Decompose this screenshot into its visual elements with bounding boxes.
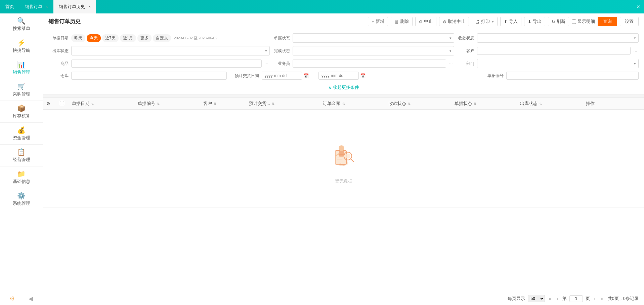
warehouse-dots[interactable]: ··· — [228, 72, 235, 79]
th-checkbox[interactable] — [56, 98, 69, 110]
sidebar-item-sales-label: 销售管理 — [13, 69, 30, 75]
delete-button[interactable]: 🗑 删除 — [391, 17, 413, 26]
salesperson-dots[interactable]: ··· — [447, 60, 454, 67]
sidebar-item-search[interactable]: 🔍 搜索菜单 — [0, 13, 43, 35]
sidebar-item-finance[interactable]: 💰 资金管理 — [0, 123, 43, 145]
main-layout: 🔍 搜索菜单 ⚡ 快捷导航 📊 销售管理 🛒 采购管理 📦 库存核算 💰 资金管… — [0, 13, 644, 305]
top-tabs: 首页 销售订单 × 销售订单历史 × — [0, 0, 96, 13]
sidebar-item-purchase[interactable]: 🛒 采购管理 — [0, 79, 43, 101]
set-button[interactable]: 设置 — [620, 17, 639, 26]
calendar-icon-from[interactable]: 📅 — [303, 73, 309, 78]
filter-area: 单据日期 昨天 今天 近7天 近1月 更多 自定义 2023-06-02 至 2… — [43, 29, 644, 95]
empty-cell: 暂无数据 — [43, 110, 644, 207]
receipt-status-select[interactable] — [477, 33, 639, 43]
basic-icon: 📁 — [17, 170, 26, 177]
th-gear[interactable]: ⚙ — [43, 98, 56, 110]
th-outbound-status[interactable]: 出库状态 ⇅ — [517, 98, 583, 110]
sidebar-item-basic[interactable]: 📁 基础信息 — [0, 166, 43, 188]
purchase-icon: 🛒 — [17, 83, 26, 90]
delivery-date-to[interactable] — [318, 72, 359, 80]
last-page-button[interactable]: » — [600, 295, 605, 302]
tab-sales-history-close[interactable]: × — [88, 4, 91, 9]
show-detail-checkbox[interactable] — [572, 20, 576, 24]
th-order-status[interactable]: 单据状态 ⇅ — [451, 98, 517, 110]
customer-dots[interactable]: ··· — [632, 47, 639, 54]
tab-home[interactable]: 首页 — [0, 0, 19, 13]
date-control: 昨天 今天 近7天 近1月 更多 自定义 2023-06-02 至 2023-0… — [71, 34, 270, 42]
sidebar-item-finance-label: 资金管理 — [13, 135, 30, 141]
sidebar-item-inventory[interactable]: 📦 库存核算 — [0, 101, 43, 123]
stop-button[interactable]: ⊘ 中止 — [415, 17, 436, 26]
th-order-no-label: 单据编号 — [138, 101, 155, 106]
product-input[interactable] — [71, 60, 262, 68]
window-close-icon[interactable]: × — [636, 3, 640, 10]
cancel-stop-button[interactable]: ⊘ 取消中止 — [439, 17, 469, 26]
delivery-date-from[interactable] — [262, 72, 302, 80]
svg-point-12 — [342, 164, 345, 165]
filter-salesperson: 业务员 ··· — [270, 60, 454, 68]
collapse-row[interactable]: ∧ 收起更多条件 — [48, 83, 639, 93]
query-button[interactable]: 查询 — [598, 17, 617, 26]
refresh-button[interactable]: ↻ 刷新 — [548, 17, 569, 26]
th-receipt-status[interactable]: 收款状态 ⇅ — [385, 98, 451, 110]
chip-today[interactable]: 今天 — [87, 34, 101, 42]
tab-sales-history[interactable]: 销售订单历史 × — [53, 0, 96, 13]
chip-7days[interactable]: 近7天 — [102, 34, 119, 42]
warehouse-input[interactable] — [71, 72, 227, 80]
operations-icon: 📋 — [17, 149, 26, 155]
calendar-icon-to[interactable]: 📅 — [360, 73, 366, 78]
tab-sales-order-close[interactable]: × — [46, 4, 48, 9]
department-select-wrap — [477, 59, 639, 68]
sidebar-item-sales[interactable]: 📊 销售管理 — [0, 57, 43, 79]
gear-icon[interactable]: ⚙ — [46, 101, 50, 106]
order-no-input[interactable] — [506, 72, 639, 80]
chip-more[interactable]: 更多 — [137, 34, 152, 42]
first-page-button[interactable]: « — [548, 295, 553, 302]
chip-custom[interactable]: 自定义 — [153, 34, 171, 42]
add-button[interactable]: + 新增 — [368, 17, 388, 26]
th-date[interactable]: 单据日期 ⇅ — [69, 98, 134, 110]
product-dots[interactable]: ··· — [263, 60, 270, 67]
print-button[interactable]: 🖨 打印 — [472, 17, 498, 26]
customer-input[interactable] — [477, 47, 631, 55]
th-amount[interactable]: 订单金额 ⇅ — [319, 98, 385, 110]
complete-status-select[interactable] — [293, 46, 454, 55]
page-size-select[interactable]: 50 10 20 100 — [528, 295, 545, 302]
outbound-status-select[interactable] — [71, 46, 270, 55]
page-number-input[interactable] — [569, 295, 583, 302]
filter-department: 部门 — [454, 59, 639, 68]
settings-bottom-icon[interactable]: ⚙ — [9, 295, 15, 302]
chip-1month[interactable]: 近1月 — [120, 34, 136, 42]
collapse-sidebar-icon[interactable]: ◀ — [29, 295, 33, 302]
inventory-icon: 📦 — [17, 105, 26, 112]
chip-yesterday[interactable]: 昨天 — [71, 34, 85, 42]
export-button[interactable]: ⬇ 导出 — [524, 17, 545, 26]
th-date-label: 单据日期 — [72, 101, 89, 106]
tab-sales-order[interactable]: 销售订单 × — [19, 0, 53, 13]
sidebar-item-system[interactable]: ⚙️ 系统管理 — [0, 188, 43, 210]
th-customer[interactable]: 客户 ⇅ — [200, 98, 246, 110]
product-label: 商品 — [48, 61, 69, 67]
next-page-button[interactable]: › — [593, 295, 597, 302]
sidebar-item-quicknav[interactable]: ⚡ 快捷导航 — [0, 35, 43, 57]
order-status-select[interactable] — [293, 33, 454, 43]
salesperson-input[interactable] — [293, 60, 446, 68]
select-all-checkbox[interactable] — [60, 101, 64, 105]
show-detail-checkbox-label[interactable]: 显示明细 — [572, 18, 595, 25]
page-title: 销售订单历史 — [48, 18, 81, 25]
sidebar-item-system-label: 系统管理 — [13, 200, 30, 206]
th-order-no[interactable]: 单据编号 ⇅ — [134, 98, 200, 110]
search-menu-icon: 🔍 — [17, 17, 26, 24]
import-button[interactable]: ⬆ 导入 — [500, 17, 521, 26]
sort-order-no-icon: ⇅ — [157, 102, 160, 106]
prev-page-button[interactable]: ‹ — [555, 295, 560, 302]
filter-row-4: 仓库 ··· 预计交货日期 📅 — 📅 — [48, 72, 639, 80]
th-delivery-date[interactable]: 预计交货... ⇅ — [246, 98, 319, 110]
system-icon: ⚙️ — [17, 192, 26, 199]
sort-outbound-icon: ⇅ — [539, 102, 542, 106]
th-operation-label: 操作 — [586, 101, 595, 106]
sidebar-item-operations[interactable]: 📋 经营管理 — [0, 145, 43, 166]
page-header: 销售订单历史 + 新增 🗑 删除 ⊘ 中止 ⊘ 取消中止 — [43, 13, 644, 29]
department-select[interactable] — [477, 59, 639, 68]
th-customer-label: 客户 — [203, 101, 212, 106]
